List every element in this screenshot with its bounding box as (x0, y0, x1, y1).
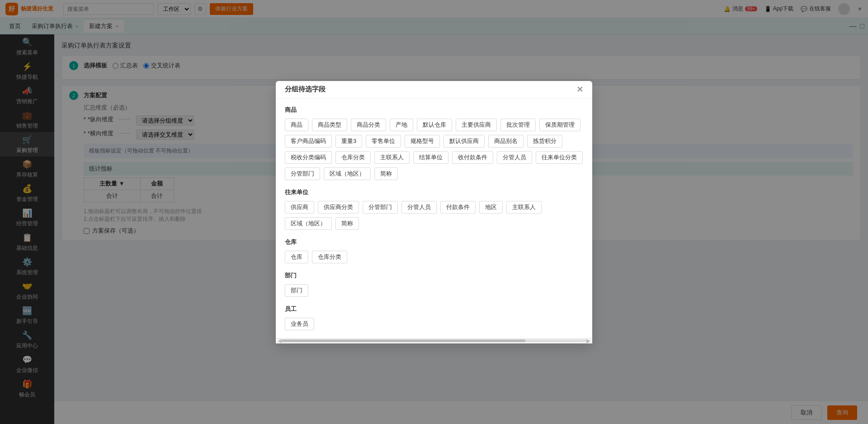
field-tags-warehouse: 仓库仓库分类 (285, 251, 583, 263)
field-tag-往来单位分类[interactable]: 往来单位分类 (536, 151, 583, 164)
field-tag-零售单位[interactable]: 零售单位 (366, 135, 401, 148)
field-tags-partner: 供应商供应商分类分管部门分管人员付款条件地区主联系人区域（地区）简称 (285, 201, 583, 230)
field-tag-客户商品编码[interactable]: 客户商品编码 (285, 135, 332, 148)
field-tag-收付款条件[interactable]: 收付款条件 (452, 151, 493, 164)
field-tag-商品[interactable]: 商品 (285, 119, 308, 131)
scroll-left-btn[interactable]: ◀ (278, 338, 282, 344)
field-tag-商品别名[interactable]: 商品别名 (488, 135, 524, 148)
field-tag-仓库[interactable]: 仓库 (285, 251, 308, 263)
field-tag-地区[interactable]: 地区 (479, 201, 503, 214)
field-tag-规格型号[interactable]: 规格型号 (405, 135, 440, 148)
modal-title: 分组待选字段 (285, 85, 326, 94)
field-tag-主要供应商[interactable]: 主要供应商 (456, 119, 497, 131)
field-tag-简称[interactable]: 简称 (374, 167, 398, 180)
modal-overlay: 分组待选字段 ✕ 商品商品商品类型商品分类产地默认仓库主要供应商批次管理保质期管… (0, 0, 868, 424)
field-tag-商品分类[interactable]: 商品分类 (351, 119, 386, 131)
section-title-employee: 员工 (285, 305, 583, 313)
field-tag-供应商[interactable]: 供应商 (285, 201, 314, 214)
field-tag-简称[interactable]: 简称 (335, 217, 359, 230)
field-tag-重量3[interactable]: 重量3 (335, 135, 362, 148)
section-title-warehouse: 仓库 (285, 238, 583, 246)
field-tag-默认供应商[interactable]: 默认供应商 (443, 135, 485, 148)
field-tag-税收分类编码[interactable]: 税收分类编码 (285, 151, 332, 164)
field-tag-供应商分类[interactable]: 供应商分类 (318, 201, 359, 214)
modal-close-button[interactable]: ✕ (576, 86, 583, 94)
field-tag-拣货积分[interactable]: 拣货积分 (527, 135, 562, 148)
field-tags-employee: 业务员 (285, 318, 583, 330)
field-tag-默认仓库[interactable]: 默认仓库 (417, 119, 452, 131)
field-tags-goods: 商品商品类型商品分类产地默认仓库主要供应商批次管理保质期管理客户商品编码重量3零… (285, 119, 583, 180)
field-tag-区域（地区）[interactable]: 区域（地区） (285, 217, 332, 230)
field-tag-结算单位[interactable]: 结算单位 (413, 151, 448, 164)
field-tag-业务员[interactable]: 业务员 (285, 318, 314, 330)
field-tag-区域（地区）[interactable]: 区域（地区） (324, 167, 371, 180)
field-tag-分管人员[interactable]: 分管人员 (497, 151, 532, 164)
modal-footer-scroll: ◀ ▶ (276, 338, 592, 343)
section-partner: 往来单位供应商供应商分类分管部门分管人员付款条件地区主联系人区域（地区）简称 (285, 188, 583, 230)
field-tag-产地[interactable]: 产地 (390, 119, 413, 131)
scrollbar-thumb (282, 339, 525, 342)
field-tag-保质期管理[interactable]: 保质期管理 (539, 119, 580, 131)
field-tag-付款条件[interactable]: 付款条件 (440, 201, 476, 214)
section-employee: 员工业务员 (285, 305, 583, 330)
field-tag-仓库分类[interactable]: 仓库分类 (335, 151, 371, 164)
section-department: 部门部门 (285, 272, 583, 297)
horizontal-scrollbar[interactable] (282, 339, 586, 342)
field-tag-批次管理[interactable]: 批次管理 (500, 119, 536, 131)
field-tag-部门[interactable]: 部门 (285, 284, 308, 297)
field-tag-分管人员[interactable]: 分管人员 (401, 201, 437, 214)
field-tag-主联系人[interactable]: 主联系人 (506, 201, 542, 214)
field-tag-分管部门[interactable]: 分管部门 (285, 167, 320, 180)
section-title-partner: 往来单位 (285, 188, 583, 196)
field-tag-仓库分类[interactable]: 仓库分类 (312, 251, 347, 263)
field-tag-主联系人[interactable]: 主联系人 (374, 151, 410, 164)
modal: 分组待选字段 ✕ 商品商品商品类型商品分类产地默认仓库主要供应商批次管理保质期管… (276, 81, 592, 343)
modal-header: 分组待选字段 ✕ (276, 81, 592, 99)
section-title-goods: 商品 (285, 106, 583, 114)
section-title-department: 部门 (285, 272, 583, 280)
field-tags-department: 部门 (285, 284, 583, 297)
section-warehouse: 仓库仓库仓库分类 (285, 238, 583, 263)
field-tag-分管部门[interactable]: 分管部门 (363, 201, 398, 214)
modal-body: 商品商品商品类型商品分类产地默认仓库主要供应商批次管理保质期管理客户商品编码重量… (276, 99, 592, 338)
section-goods: 商品商品商品类型商品分类产地默认仓库主要供应商批次管理保质期管理客户商品编码重量… (285, 106, 583, 180)
scroll-right-btn[interactable]: ▶ (586, 338, 590, 344)
field-tag-商品类型[interactable]: 商品类型 (312, 119, 347, 131)
